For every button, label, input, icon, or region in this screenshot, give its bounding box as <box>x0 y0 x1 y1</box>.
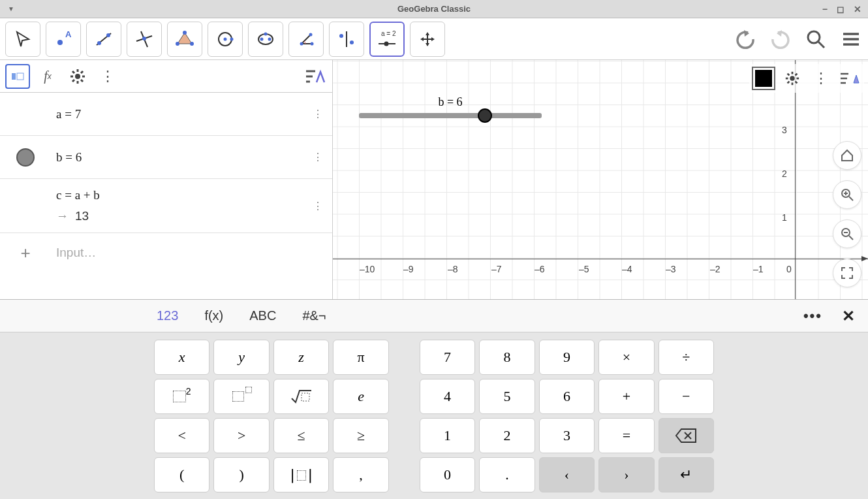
kb-key-[interactable]: − <box>659 379 714 414</box>
svg-point-23 <box>339 34 343 38</box>
kb-tab-123[interactable]: 123 <box>157 308 178 323</box>
graphics-view[interactable]: –10–9–8–7–6–5–4–3–2–10123 b = 6 ⋮ <box>333 60 868 299</box>
fullscreen-button[interactable] <box>833 259 861 287</box>
algebra-more-button[interactable]: ⋮ <box>95 64 120 89</box>
fx-button[interactable]: fx <box>35 64 60 89</box>
kb-key-[interactable]: ≥ <box>333 418 388 453</box>
circle-tool[interactable] <box>208 22 243 57</box>
kb-key-8[interactable]: 8 <box>479 340 535 375</box>
angle-tool[interactable] <box>288 22 324 57</box>
kb-key-[interactable]: = <box>598 418 654 453</box>
kb-key-4[interactable]: 4 <box>420 379 475 414</box>
algebra-item[interactable]: c = a + b→13⋮ <box>0 179 332 233</box>
kb-key-[interactable]: ≤ <box>273 418 329 453</box>
algebra-item-more[interactable]: ⋮ <box>303 200 332 212</box>
undo-button[interactable] <box>734 27 757 51</box>
kb-key-9[interactable]: 9 <box>539 340 595 375</box>
kb-key-e[interactable]: e <box>333 379 388 414</box>
kb-close-button[interactable]: ✕ <box>842 307 855 325</box>
kb-key-3[interactable]: 3 <box>539 418 595 453</box>
kb-key-[interactable]: ) <box>213 457 269 492</box>
kb-key-[interactable] <box>659 418 714 453</box>
algebra-item-more[interactable]: ⋮ <box>303 108 332 120</box>
settings-button[interactable] <box>65 64 90 89</box>
kb-key-7[interactable]: 7 <box>420 340 475 375</box>
svg-line-30 <box>818 42 824 48</box>
kb-key-[interactable]: π <box>333 340 388 375</box>
kb-key-[interactable]: ‹ <box>539 457 595 492</box>
algebra-item[interactable]: a = 7⋮ <box>0 93 332 136</box>
kb-key-[interactable] <box>213 379 269 414</box>
kb-key-[interactable]: ↵ <box>659 457 714 492</box>
kb-key-[interactable]: || <box>273 457 329 492</box>
x-tick-label: –7 <box>491 264 502 274</box>
kb-key-[interactable]: + <box>598 379 654 414</box>
zoom-out-button[interactable] <box>833 219 861 248</box>
svg-point-36 <box>75 74 80 79</box>
algebra-item-more[interactable]: ⋮ <box>303 151 332 163</box>
svg-point-26 <box>384 41 389 46</box>
kb-key-x[interactable]: x <box>154 340 209 375</box>
kb-key-[interactable]: < <box>154 418 209 453</box>
kb-tab-sym[interactable]: #&¬ <box>302 308 326 323</box>
kb-key-[interactable]: 2 <box>154 379 209 414</box>
kb-key-6[interactable]: 6 <box>539 379 595 414</box>
kb-more-button[interactable]: ••• <box>803 308 822 325</box>
slider-b-track[interactable] <box>359 113 542 118</box>
kb-key-[interactable]: ÷ <box>659 340 714 375</box>
kb-tab-fx[interactable]: f(x) <box>204 308 223 323</box>
ellipse-tool[interactable] <box>248 22 283 57</box>
algebra-input[interactable] <box>51 240 332 265</box>
minimize-button[interactable]: − <box>822 4 828 14</box>
kb-key-z[interactable]: z <box>273 340 329 375</box>
close-button[interactable]: ✕ <box>854 4 861 14</box>
home-button[interactable] <box>833 141 861 170</box>
kb-key-[interactable] <box>273 379 329 414</box>
kb-key-[interactable]: > <box>213 418 269 453</box>
kb-key-y[interactable]: y <box>213 340 269 375</box>
menu-button[interactable] <box>839 27 863 51</box>
kb-key-[interactable]: . <box>479 457 535 492</box>
kb-key-2[interactable]: 2 <box>479 418 535 453</box>
slider-tool[interactable]: a = 2 <box>369 22 405 57</box>
search-button[interactable] <box>804 27 828 51</box>
sort-button[interactable] <box>302 64 327 89</box>
algebra-item[interactable]: b = 6⋮ <box>0 136 332 179</box>
kb-tab-abc[interactable]: ABC <box>249 308 276 323</box>
graphics-style-button[interactable] <box>838 67 861 90</box>
x-tick-label: –1 <box>753 264 764 274</box>
svg-rect-35 <box>17 73 23 80</box>
redo-button[interactable] <box>769 27 792 51</box>
kb-key-0[interactable]: 0 <box>420 457 475 492</box>
kb-key-5[interactable]: 5 <box>479 379 535 414</box>
graphics-more-button[interactable]: ⋮ <box>809 67 833 90</box>
kb-key-[interactable]: ( <box>154 457 209 492</box>
slider-b[interactable]: b = 6 <box>359 95 542 118</box>
kb-key-[interactable]: , <box>333 457 388 492</box>
line-tool[interactable] <box>86 22 121 57</box>
reflect-tool[interactable] <box>329 22 364 57</box>
move-tool[interactable] <box>5 22 40 57</box>
kb-key-[interactable]: › <box>598 457 654 492</box>
visibility-marble[interactable] <box>0 148 51 167</box>
maximize-button[interactable]: ◻ <box>837 4 845 14</box>
algebra-expression[interactable]: b = 6 <box>51 141 303 174</box>
perpendicular-tool[interactable] <box>127 22 162 57</box>
app-menu-dropdown-icon[interactable]: ▼ <box>8 5 14 12</box>
add-input-button[interactable]: + <box>0 243 51 263</box>
algebra-view-toggle[interactable] <box>5 64 30 89</box>
point-tool[interactable]: A <box>46 22 81 57</box>
algebra-expression[interactable]: c = a + b→13 <box>51 179 303 233</box>
color-picker[interactable] <box>752 67 775 90</box>
move-graphics-tool[interactable] <box>410 22 445 57</box>
zoom-in-button[interactable] <box>833 180 861 209</box>
kb-key-1[interactable]: 1 <box>420 418 475 453</box>
svg-point-0 <box>57 40 63 45</box>
y-axis <box>795 60 796 299</box>
slider-tool-label: a = 2 <box>381 30 396 37</box>
algebra-expression[interactable]: a = 7 <box>51 98 303 131</box>
polygon-tool[interactable] <box>167 22 202 57</box>
graphics-settings-button[interactable] <box>781 67 804 90</box>
slider-b-thumb[interactable] <box>478 108 492 123</box>
kb-key-[interactable]: × <box>598 340 654 375</box>
